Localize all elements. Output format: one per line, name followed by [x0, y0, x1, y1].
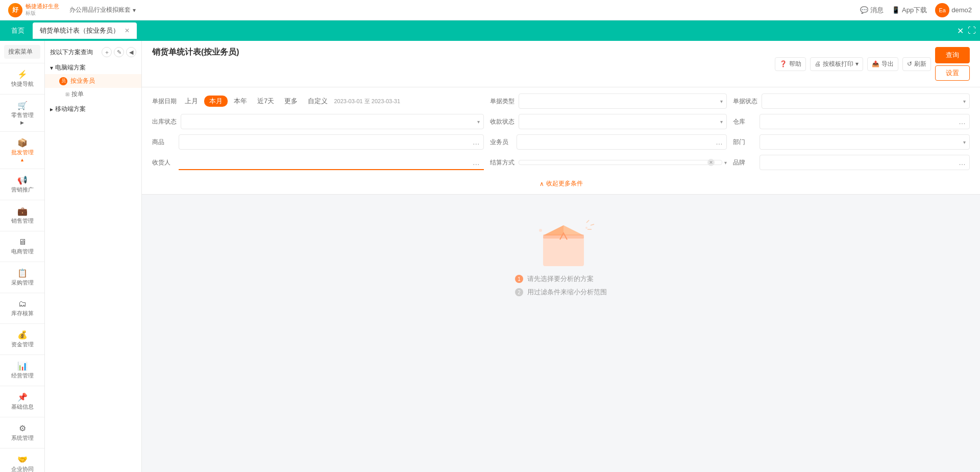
scheme-group-desktop-header[interactable]: ▾ 电脑端方案 [45, 61, 141, 74]
svg-marker-2 [564, 225, 584, 235]
goods-input[interactable] [179, 134, 484, 150]
filter-control-department [760, 134, 970, 150]
sidebar-item-sales[interactable]: 💼 销售管理 [0, 202, 44, 229]
scheme-add-button[interactable]: ＋ [102, 47, 112, 57]
help-button[interactable]: ❓ 帮助 [775, 57, 806, 71]
inventory-icon: 🗂 [18, 299, 27, 309]
tab-bar: 首页 销货单统计表（按业务员） ✕ ✕ ⛶ [0, 20, 980, 41]
sidebar-item-system[interactable]: ⚙ 系统管理 [0, 419, 44, 446]
filter-row-1: 单据日期 上月 本月 本年 近7天 更多 自定义 2023-03-01 至 20… [152, 93, 970, 109]
scheme-group-mobile: ▸ 移动端方案 [45, 103, 141, 115]
print-icon: 🖨 [815, 60, 821, 67]
corp-icon: 🤝 [17, 455, 28, 464]
scheme-group-expand-icon: ▾ [50, 64, 53, 72]
system-icon: ⚙ [19, 423, 26, 433]
basic-icon: 📌 [17, 392, 28, 402]
sidebar-nav-group-sales: 💼 销售管理 [0, 200, 44, 231]
refresh-button[interactable]: ↺ 刷新 [902, 57, 931, 71]
svg-marker-1 [543, 225, 564, 235]
download-icon: 📱 [892, 6, 900, 14]
template-print-button[interactable]: 🖨 按模板打印 ▾ [810, 57, 863, 71]
sidebar-item-inventory[interactable]: 🗂 库存核算 [0, 295, 44, 321]
date-btn-custom[interactable]: 自定义 [304, 96, 332, 107]
empty-step-1: 1 请先选择要分析的方案 [515, 274, 607, 284]
page-title: 销货单统计表(按业务员) [152, 47, 239, 64]
receiver-input[interactable] [179, 155, 484, 170]
filter-item-receiver: 收货人 … [152, 155, 484, 170]
sidebar-item-quick-nav[interactable]: ⚡ 快捷导航 [0, 65, 44, 92]
tab-expand-actions: ✕ ⛶ [957, 26, 976, 36]
logo-text: 畅捷通好生意 标版 [26, 3, 59, 17]
sidebar-nav-group-retail: 🛒 零售管理 ▶ [0, 95, 44, 132]
brand-input[interactable] [760, 155, 970, 170]
step1-dot: 1 [515, 275, 523, 283]
tab-home[interactable]: 首页 [4, 22, 32, 39]
sidebar-item-ecommerce[interactable]: 🖥 电商管理 [0, 233, 44, 259]
scheme-group-mobile-header[interactable]: ▸ 移动端方案 [45, 103, 141, 115]
scheme-collapse-button[interactable]: ◀ [126, 47, 136, 57]
sidebar-nav-group-basic: 📌 基础信息 [0, 386, 44, 417]
settlement-clear-icon[interactable]: × [707, 159, 715, 166]
filter-area: 单据日期 上月 本月 本年 近7天 更多 自定义 2023-03-01 至 20… [142, 87, 980, 195]
sidebar-item-retail[interactable]: 🛒 零售管理 ▶ [0, 97, 44, 129]
tab-close-icon[interactable]: ✕ [125, 27, 130, 34]
outstatus-select[interactable] [181, 114, 484, 129]
app-download-button[interactable]: 📱 App下载 [892, 6, 927, 15]
date-btn-thismonth[interactable]: 本月 [204, 96, 228, 107]
chevron-up-icon: ▲ [20, 157, 24, 162]
collapse-more-button[interactable]: ∧ 收起更多条件 [152, 175, 970, 188]
svg-line-7 [591, 224, 594, 225]
date-btn-more[interactable]: 更多 [280, 96, 302, 107]
user-menu[interactable]: Ea demo2 [935, 3, 972, 17]
sidebar-item-purchase[interactable]: 📋 采购管理 [0, 264, 44, 291]
sidebar-quick-nav: ⚡ 快捷导航 [0, 63, 44, 95]
receiptstatus-select[interactable] [519, 114, 727, 129]
sidebar-nav-group-ecommerce: 🖥 电商管理 [0, 231, 44, 262]
mobile-group-expand-icon: ▸ [50, 106, 53, 113]
app-selector[interactable]: 办公用品行业模拟账套 ▾ [69, 6, 136, 14]
filter-item-date: 单据日期 上月 本月 本年 近7天 更多 自定义 2023-03-01 至 20… [152, 96, 484, 107]
tab-sales-stats[interactable]: 销货单统计表（按业务员） ✕ [33, 22, 137, 39]
sidebar-item-wholesale[interactable]: 📦 批发管理 ▲ [0, 134, 44, 167]
sidebar-nav-group-wholesale: 📦 批发管理 ▲ [0, 132, 44, 169]
warehouse-input[interactable] [760, 114, 970, 129]
scheme-sub-item-by-order[interactable]: ⊞ 按单 [45, 88, 141, 101]
help-icon: ❓ [779, 60, 787, 67]
settings-button[interactable]: 设置 [935, 65, 970, 81]
docstatus-select[interactable] [762, 93, 970, 109]
filter-item-salesperson: 业务员 … [490, 134, 727, 150]
date-btn-lastmonth[interactable]: 上月 [181, 96, 202, 107]
sidebar-item-finance[interactable]: 💰 资金管理 [0, 326, 44, 352]
date-btn-last7days[interactable]: 近7天 [253, 96, 278, 107]
doctype-select[interactable] [519, 93, 727, 109]
empty-step-2: 2 用过滤条件来缩小分析范围 [515, 288, 607, 297]
scheme-item-by-salesperson[interactable]: 员 按业务员 [45, 74, 141, 88]
filter-item-warehouse: 仓库 … [733, 114, 970, 129]
expand-window-icon[interactable]: ⛶ [968, 26, 976, 36]
message-button[interactable]: 💬 消息 [860, 6, 884, 15]
scheme-edit-button[interactable]: ✎ [114, 47, 124, 57]
chevron-right-icon: ▶ [20, 120, 24, 125]
sidebar-item-basic[interactable]: 📌 基础信息 [0, 388, 44, 415]
close-window-icon[interactable]: ✕ [957, 26, 964, 36]
date-btn-thisyear[interactable]: 本年 [230, 96, 251, 107]
filter-control-receiptstatus [519, 114, 727, 129]
search-menu-button[interactable]: 搜索菜单 [4, 45, 40, 59]
filter-control-goods: … [179, 134, 484, 150]
message-icon: 💬 [860, 6, 868, 14]
query-button[interactable]: 查询 [935, 47, 970, 63]
sidebar-item-corp[interactable]: 🤝 企业协同 [0, 451, 44, 472]
filter-item-goods: 商品 … [152, 134, 484, 150]
date-filter: 上月 本月 本年 近7天 更多 自定义 2023-03-01 至 2023-03… [181, 96, 400, 107]
sidebar-nav-group-inventory: 🗂 库存核算 [0, 293, 44, 324]
template-print-arrow-icon: ▾ [855, 60, 859, 67]
sidebar-item-operation[interactable]: 📊 经营管理 [0, 357, 44, 384]
scheme-panel-header: 按以下方案查询 ＋ ✎ ◀ [45, 45, 141, 59]
salesperson-input[interactable] [517, 134, 727, 150]
export-button[interactable]: 📤 导出 [867, 57, 898, 71]
sidebar-item-marketing[interactable]: 📢 营销推广 [0, 171, 44, 198]
filter-control-settlement: × ▾ [519, 160, 727, 166]
empty-state: 1 请先选择要分析的方案 2 用过滤条件来缩小分析范围 [142, 195, 980, 317]
department-select[interactable] [760, 134, 970, 150]
filter-row-3: 商品 … 业务员 … 部门 [152, 134, 970, 150]
